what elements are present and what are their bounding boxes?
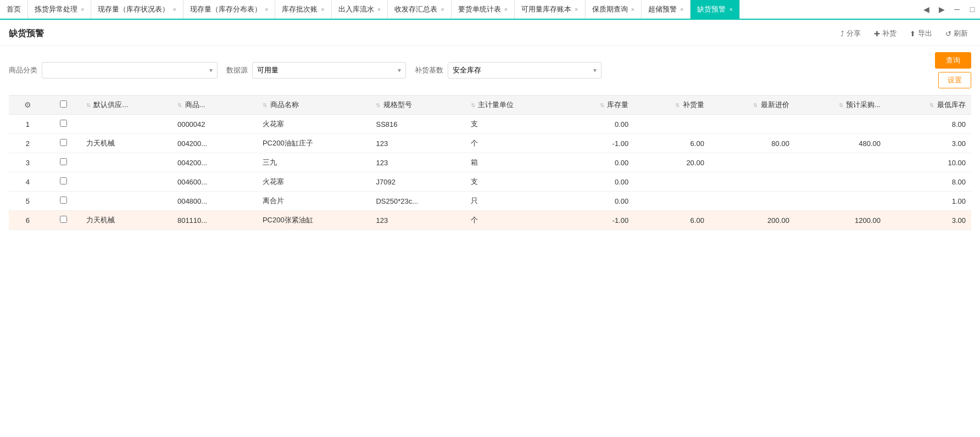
- cell-checkbox[interactable]: [47, 153, 81, 172]
- th-checkbox[interactable]: [47, 96, 81, 115]
- tab-item-expiry[interactable]: 保质期查询×: [586, 0, 642, 19]
- th-gear[interactable]: ⚙: [9, 96, 47, 115]
- cell-min-stock: 8.00: [886, 115, 971, 134]
- cell-price: [710, 192, 795, 211]
- cell-spec: DS250*23c...: [370, 192, 465, 211]
- tab-close-btn[interactable]: ×: [631, 6, 634, 13]
- row-checkbox[interactable]: [60, 139, 67, 146]
- cell-index: 1: [9, 115, 47, 134]
- cell-name: PC200张紧油缸: [257, 211, 371, 230]
- datasource-filter-group: 数据源 可用量 ▾: [226, 62, 406, 79]
- category-chevron-icon: ▾: [209, 66, 213, 74]
- cell-code: 801110...: [172, 211, 257, 230]
- tab-prev-button[interactable]: ◀: [918, 0, 934, 19]
- table-row: 3 004200... 三九 123 箱 0.00 20.00 10.00: [9, 153, 971, 172]
- tab-close-btn[interactable]: ×: [441, 6, 444, 13]
- cell-plan: [795, 153, 886, 172]
- sort-price-icon[interactable]: ⇅: [753, 102, 758, 108]
- cell-supplier: [81, 153, 172, 172]
- cell-supplier: [81, 192, 172, 211]
- tab-item-inout[interactable]: 出入库流水×: [332, 0, 388, 19]
- table-row: 1 0000042 火花塞 SS816 支 0.00 8.00: [9, 115, 971, 134]
- row-checkbox[interactable]: [60, 197, 67, 204]
- cell-price: 80.00: [710, 134, 795, 153]
- tab-close-btn[interactable]: ×: [321, 6, 324, 13]
- table-row: 4 004600... 火花塞 J7092 支 0.00 8.00: [9, 172, 971, 192]
- filter-right-actions: 查询 设置: [935, 52, 971, 88]
- cell-checkbox[interactable]: [47, 115, 81, 134]
- tab-close-btn[interactable]: ×: [81, 6, 84, 13]
- window-maximize-button[interactable]: □: [965, 0, 980, 19]
- tab-item-overstock[interactable]: 超储预警×: [642, 0, 691, 19]
- tab-item-collect[interactable]: 收发存汇总表×: [388, 0, 451, 19]
- tab-item-inventory-dist[interactable]: 现存量（库存分布表）×: [183, 0, 275, 19]
- sort-plan-icon[interactable]: ⇅: [839, 102, 843, 108]
- tab-close-btn[interactable]: ×: [729, 6, 732, 13]
- cell-unit: 支: [465, 115, 559, 134]
- settings-button[interactable]: 设置: [938, 72, 971, 88]
- sort-name-icon[interactable]: ⇅: [263, 102, 267, 108]
- sort-spec-icon[interactable]: ⇅: [376, 102, 380, 108]
- gear-icon[interactable]: ⚙: [24, 100, 31, 109]
- cell-replenish: 20.00: [634, 153, 710, 172]
- datasource-select[interactable]: 可用量 ▾: [252, 62, 406, 79]
- tab-close-btn[interactable]: ×: [172, 6, 176, 13]
- sort-supplier-icon[interactable]: ⇅: [86, 102, 91, 108]
- cell-name: PC200油缸庄子: [257, 134, 371, 153]
- cell-min-stock: 1.00: [886, 192, 971, 211]
- tab-label: 可用量库存账本: [521, 4, 571, 14]
- window-minimize-button[interactable]: ─: [949, 0, 965, 19]
- tab-close-btn[interactable]: ×: [377, 6, 381, 13]
- sort-code-icon[interactable]: ⇅: [177, 102, 182, 108]
- tab-item-batch[interactable]: 库存批次账×: [275, 0, 331, 19]
- datasource-select-value: 可用量: [257, 65, 279, 75]
- cell-name: 火花塞: [257, 172, 371, 192]
- row-checkbox[interactable]: [60, 216, 67, 223]
- cell-index: 5: [9, 192, 47, 211]
- tab-item-home[interactable]: 首页: [0, 0, 28, 19]
- refresh-button[interactable]: ↺ 刷新: [942, 26, 971, 41]
- cell-min-stock: 3.00: [886, 211, 971, 230]
- tab-item-shortage[interactable]: 缺货预警×: [691, 0, 739, 19]
- tab-label: 现存量（库存分布表）: [190, 4, 261, 14]
- replenish-button[interactable]: ✚ 补货: [871, 26, 900, 41]
- category-select[interactable]: ▾: [42, 62, 218, 79]
- tab-close-btn[interactable]: ×: [265, 6, 268, 13]
- export-button[interactable]: ⬆ 导出: [906, 26, 936, 41]
- cell-checkbox[interactable]: [47, 134, 81, 153]
- share-button[interactable]: ⤴ 分享: [837, 26, 864, 41]
- cell-price: [710, 115, 795, 134]
- category-label: 商品分类: [9, 65, 37, 75]
- tab-item-exception[interactable]: 拣货异常处理×: [28, 0, 91, 19]
- tab-item-available[interactable]: 可用量库存账本×: [515, 0, 585, 19]
- cell-stock: 0.00: [558, 115, 634, 134]
- sort-replenish-icon[interactable]: ⇅: [675, 102, 680, 108]
- sort-stock-icon[interactable]: ⇅: [600, 102, 604, 108]
- tab-item-inventory-status[interactable]: 现存量（库存状况表）×: [91, 0, 183, 19]
- sort-unit-icon[interactable]: ⇅: [471, 102, 475, 108]
- tab-item-order-stats[interactable]: 要货单统计表×: [452, 0, 515, 19]
- datasource-chevron-icon: ▾: [398, 66, 401, 74]
- table-row: 6 力天机械 801110... PC200张紧油缸 123 个 -1.00 6…: [9, 211, 971, 230]
- row-checkbox[interactable]: [60, 120, 67, 127]
- tab-close-btn[interactable]: ×: [575, 6, 578, 13]
- cell-checkbox[interactable]: [47, 192, 81, 211]
- cell-checkbox[interactable]: [47, 211, 81, 230]
- cell-plan: 480.00: [795, 134, 886, 153]
- query-button[interactable]: 查询: [935, 52, 971, 69]
- replenish-base-value: 安全库存: [453, 65, 481, 75]
- sort-min-icon[interactable]: ⇅: [929, 102, 934, 108]
- table-row: 2 力天机械 004200... PC200油缸庄子 123 个 -1.00 6…: [9, 134, 971, 153]
- cell-unit: 箱: [465, 153, 559, 172]
- replenish-base-select[interactable]: 安全库存 ▾: [448, 62, 602, 79]
- tab-close-btn[interactable]: ×: [680, 6, 683, 13]
- select-all-checkbox[interactable]: [60, 100, 67, 108]
- tab-close-btn[interactable]: ×: [504, 6, 508, 13]
- tab-next-button[interactable]: ▶: [934, 0, 949, 19]
- row-checkbox[interactable]: [60, 177, 67, 184]
- th-price: ⇅ 最新进价: [710, 96, 795, 115]
- th-replenish: ⇅ 补货量: [634, 96, 710, 115]
- tab-label: 超储预警: [648, 4, 677, 14]
- row-checkbox[interactable]: [60, 158, 67, 165]
- cell-checkbox[interactable]: [47, 172, 81, 192]
